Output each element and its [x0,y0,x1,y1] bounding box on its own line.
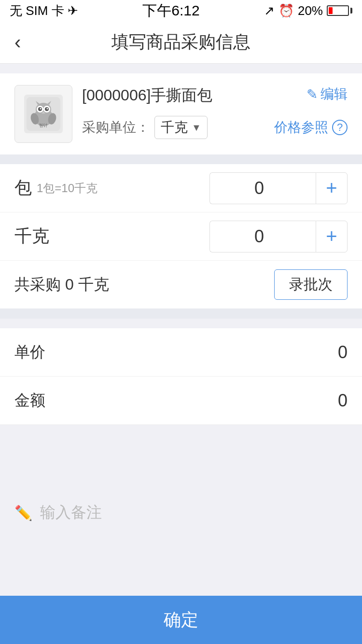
kg-quantity-input[interactable] [209,221,316,252]
price-section: 单价 0 金额 0 [0,328,362,425]
confirm-label: 确定 [164,608,198,632]
bag-label-group: 包 1包=10千克 [14,176,111,200]
product-name: [0000006]手撕面包 [82,85,212,106]
bag-input-row: 包 1包=10千克 + [0,164,362,212]
alarm-icon: ⏰ [278,3,294,18]
edit-button[interactable]: ✎ 编辑 [306,85,348,103]
edit-label: 编辑 [320,85,348,103]
total-row: 共采购 0 千克 录批次 [0,261,362,309]
total-amount: 0 [65,276,74,293]
amount-value: 0 [338,391,348,411]
product-header: [0000006]手撕面包 ✎ 编辑 [82,85,348,106]
status-time: 下午6:12 [142,1,199,21]
unit-value: 千克 [161,118,188,137]
confirm-button[interactable]: 确定 [0,596,362,644]
location-icon: ↗ [264,3,275,18]
owl-logo-icon: 智计 [27,97,60,131]
price-ref-label: 价格参照 [274,118,328,137]
bag-input-right: + [209,172,348,204]
svg-point-10 [47,108,48,110]
svg-point-9 [40,108,42,110]
total-unit: 千克 [78,276,109,293]
edit-icon: ✎ [306,86,318,102]
battery-percent: 20% [298,3,323,18]
unit-dropdown-arrow-icon: ▼ [192,122,201,133]
unit-label: 采购单位： [82,118,150,137]
price-ref-help-icon: ? [332,120,348,135]
note-section[interactable]: ✏️ 输入备注 [0,426,362,600]
bag-quantity-input[interactable] [209,172,316,204]
svg-text:智计: 智计 [39,123,48,128]
battery-icon [327,5,352,16]
pencil-icon: ✏️ [14,504,32,521]
amount-row: 金额 0 [0,377,362,425]
product-card: 智计 [0000006]手撕面包 ✎ 编辑 采购单位： 千克 ▼ 价格参照 ? [0,73,362,154]
status-left: 无 SIM 卡 ✈ [10,2,78,19]
bag-plus-button[interactable]: + [316,172,348,204]
no-sim-text: 无 SIM 卡 ✈ [10,2,78,19]
product-info: [0000006]手撕面包 ✎ 编辑 采购单位： 千克 ▼ 价格参照 ? [82,85,348,139]
kg-label-group: 千克 [14,224,111,248]
unit-price-value: 0 [338,342,348,363]
status-bar: 无 SIM 卡 ✈ 下午6:12 ↗ ⏰ 20% [0,0,362,21]
amount-label: 金额 [14,390,45,411]
product-unit-row: 采购单位： 千克 ▼ 价格参照 ? [82,116,348,139]
kg-plus-button[interactable]: + [316,221,348,252]
total-label: 共采购 [14,276,61,293]
unit-price-label: 单价 [14,342,45,363]
kg-label: 千克 [14,224,49,248]
nav-bar: ‹ 填写商品采购信息 [0,21,362,64]
price-ref-button[interactable]: 价格参照 ? [274,118,348,137]
product-logo: 智计 [24,95,63,133]
bag-label: 包 [14,176,32,200]
batch-button[interactable]: 录批次 [274,269,348,300]
kg-input-right: + [209,221,348,252]
status-right: ↗ ⏰ 20% [264,3,352,18]
section-divider-1 [0,154,362,164]
note-placeholder: 输入备注 [40,502,102,523]
bag-sub-label: 1包=10千克 [37,181,97,196]
unit-price-row: 单价 0 [0,328,362,377]
page-title: 填写商品采购信息 [111,30,251,54]
total-text: 共采购 0 千克 [14,274,109,295]
section-divider-2 [0,309,362,319]
unit-select[interactable]: 千克 ▼ [154,116,208,139]
kg-input-row: 千克 + [0,212,362,261]
back-button[interactable]: ‹ [14,31,30,53]
input-section: 包 1包=10千克 + 千克 + [0,164,362,261]
product-image: 智计 [14,85,72,143]
